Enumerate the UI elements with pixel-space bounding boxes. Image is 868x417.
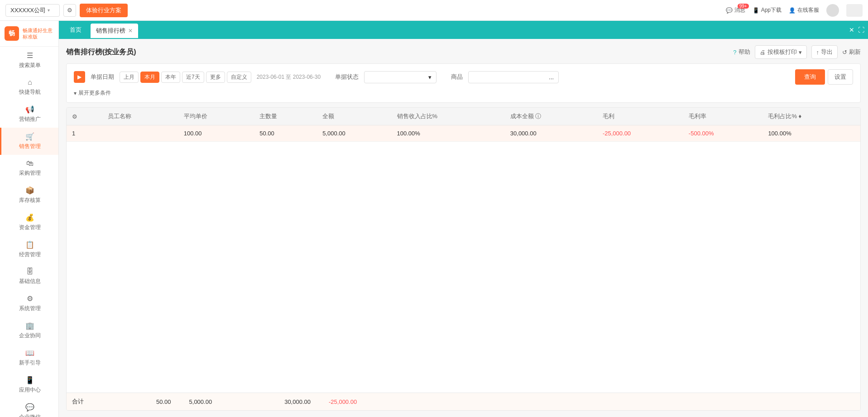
- sidebar-item-finance[interactable]: 💰 资金管理: [0, 209, 58, 236]
- top-right-area: 💬 消息 99+ 📱 App下载 👤 在线客服: [726, 4, 863, 17]
- help-button[interactable]: ? 帮助: [733, 48, 750, 56]
- trial-button[interactable]: 体验行业方案: [80, 4, 128, 17]
- tab-sales-ranking[interactable]: 销售排行榜 ✕: [91, 24, 138, 38]
- user-name-area[interactable]: [846, 4, 863, 17]
- message-icon: 💬: [726, 7, 733, 14]
- table-row: 1 100.00 50.00 5,000.00 100.00% 30,000.0…: [67, 125, 860, 142]
- user-avatar[interactable]: [826, 4, 839, 17]
- main-layout: 畅 畅康通好生意标准版 ☰ 搜索菜单 ⌂ 快捷导航 📢 营销推广 🛒 销售管理 …: [0, 21, 868, 417]
- sidebar-item-label: 新手引导: [19, 359, 41, 367]
- header-actions: ? 帮助 🖨 按模板打印 ▾ ↑ 导出 ↺ 刷新: [733, 45, 861, 59]
- status-filter-label: 单据状态: [335, 73, 359, 81]
- date-btn-last-month[interactable]: 上月: [120, 72, 139, 83]
- date-btn-this-year[interactable]: 本年: [161, 72, 180, 83]
- sidebar-item-label: 采购管理: [19, 169, 41, 177]
- apps-icon: 📱: [25, 376, 34, 384]
- sidebar-item-label: 销售管理: [19, 143, 41, 150]
- status-select[interactable]: ▾: [364, 71, 436, 83]
- sidebar-item-label: 资金管理: [19, 224, 41, 231]
- sidebar-item-label: 库存核算: [19, 197, 41, 204]
- date-range: 2023-06-01 至 2023-06-30: [257, 73, 321, 81]
- sidebar-item-search[interactable]: ☰ 搜索菜单: [0, 47, 58, 74]
- date-btn-custom[interactable]: 自定义: [227, 72, 251, 83]
- col-cost: 成本全额 ⓘ: [505, 108, 597, 125]
- col-avg-price: 平均单价: [178, 108, 254, 125]
- sidebar-item-enterprise[interactable]: 🏢 企业协同: [0, 317, 58, 344]
- print-chevron-icon: ▾: [799, 49, 802, 56]
- home-tab-label: 首页: [70, 26, 82, 34]
- filter-area: ▶ 单据日期 上月 本月 本年 近7天 更多 自定义 2023-06-01 至 …: [66, 63, 861, 103]
- online-service-button[interactable]: 👤 在线客服: [789, 6, 819, 14]
- topbar-settings-button[interactable]: ⚙: [63, 4, 76, 17]
- expand-more-label: 展开更多条件: [78, 89, 111, 97]
- col-profit: 毛利: [597, 108, 683, 125]
- col-amount: 全额: [317, 108, 391, 125]
- sidebar-item-label: 快捷导航: [19, 88, 41, 96]
- settings-button[interactable]: 设置: [828, 69, 853, 85]
- sidebar-item-inventory[interactable]: 📦 库存核算: [0, 182, 58, 209]
- marketing-icon: 📢: [25, 105, 34, 114]
- expand-more-button[interactable]: ▾ 展开更多条件: [74, 89, 853, 97]
- date-btn-this-month[interactable]: 本月: [140, 72, 159, 83]
- sidebar-item-label: 基础信息: [19, 278, 41, 285]
- footer-cost: 30,000.00: [284, 398, 311, 405]
- window-close-icon[interactable]: ✕: [849, 26, 854, 34]
- cell-profit-rate: -500.00%: [683, 125, 763, 142]
- sidebar-item-label: 经营管理: [19, 251, 41, 259]
- operations-icon: 📋: [25, 240, 34, 249]
- sidebar-item-shortcuts[interactable]: ⌂ 快捷导航: [0, 74, 58, 101]
- app-download-button[interactable]: 📱 App下载: [753, 6, 782, 14]
- sidebar-item-label: 搜索菜单: [19, 62, 41, 69]
- message-badge: 99+: [738, 4, 749, 9]
- cell-avg-price: 100.00: [178, 125, 254, 142]
- app-download-label: App下载: [761, 6, 782, 14]
- sidebar-item-sales[interactable]: 🛒 销售管理: [0, 128, 58, 155]
- goods-filter-label: 商品: [451, 73, 463, 81]
- col-settings[interactable]: ⚙: [67, 108, 102, 125]
- sidebar-item-guide[interactable]: 📖 新手引导: [0, 344, 58, 371]
- query-button[interactable]: 查询: [795, 69, 825, 85]
- basic-icon: 🗄: [26, 268, 34, 276]
- col-name: 员工名称: [102, 108, 178, 125]
- sidebar-item-wechat[interactable]: 💬 企业微信: [0, 398, 58, 417]
- cell-rank: 1: [67, 125, 102, 142]
- filter-actions: 查询 设置: [795, 69, 853, 85]
- help-label: 帮助: [739, 48, 750, 56]
- online-service-label: 在线客服: [797, 6, 819, 14]
- sidebar-item-marketing[interactable]: 📢 营销推广: [0, 101, 58, 128]
- goods-select[interactable]: ...: [468, 71, 559, 83]
- date-btn-7days[interactable]: 近7天: [182, 72, 204, 83]
- print-label: 按模板打印: [767, 48, 797, 56]
- export-button[interactable]: ↑ 导出: [811, 45, 838, 59]
- table-container: ⚙ 员工名称 平均单价 主数量 全额 销售收入占比% 成本全额 ⓘ 毛利 毛利率…: [66, 107, 861, 411]
- chevron-down-icon: ▾: [48, 8, 50, 13]
- cell-cost: 30,000.00: [505, 125, 597, 142]
- export-label: 导出: [821, 48, 833, 56]
- table-empty-area: [67, 142, 860, 393]
- top-bar: XXXXXX公司 ▾ ⚙ 体验行业方案 💬 消息 99+ 📱 App下载 👤 在…: [0, 0, 868, 21]
- message-button[interactable]: 💬 消息 99+: [726, 6, 745, 14]
- col-qty: 主数量: [254, 108, 317, 125]
- sidebar-item-label: 企业协同: [19, 332, 41, 340]
- page-header: 销售排行榜(按业务员) ? 帮助 🖨 按模板打印 ▾ ↑ 导出: [66, 45, 861, 59]
- filter-expand-arrow[interactable]: ▶: [74, 71, 85, 83]
- company-selector[interactable]: XXXXXX公司 ▾: [5, 4, 60, 17]
- filter-row-1: ▶ 单据日期 上月 本月 本年 近7天 更多 自定义 2023-06-01 至 …: [74, 69, 853, 85]
- window-expand-icon[interactable]: ⛶: [858, 26, 864, 34]
- cell-sales-pct: 100.00%: [392, 125, 505, 142]
- table-header: ⚙ 员工名称 平均单价 主数量 全额 销售收入占比% 成本全额 ⓘ 毛利 毛利率…: [67, 108, 860, 125]
- print-icon: 🖨: [760, 49, 766, 56]
- tab-home[interactable]: 首页: [62, 21, 89, 39]
- tab-close-icon[interactable]: ✕: [128, 28, 133, 34]
- col-profit-rate: 毛利率: [683, 108, 763, 125]
- sidebar-item-apps[interactable]: 📱 应用中心: [0, 371, 58, 398]
- date-btn-more[interactable]: 更多: [206, 72, 225, 83]
- company-name: XXXXXX公司: [10, 6, 46, 14]
- sidebar-item-basic[interactable]: 🗄 基础信息: [0, 263, 58, 290]
- sidebar-item-operations[interactable]: 📋 经营管理: [0, 236, 58, 263]
- sidebar-item-system[interactable]: ⚙ 系统管理: [0, 290, 58, 317]
- sidebar-item-purchase[interactable]: 🛍 采购管理: [0, 155, 58, 182]
- print-button[interactable]: 🖨 按模板打印 ▾: [755, 45, 807, 59]
- sidebar-logo: 畅 畅康通好生意标准版: [0, 21, 58, 47]
- refresh-button[interactable]: ↺ 刷新: [842, 48, 861, 56]
